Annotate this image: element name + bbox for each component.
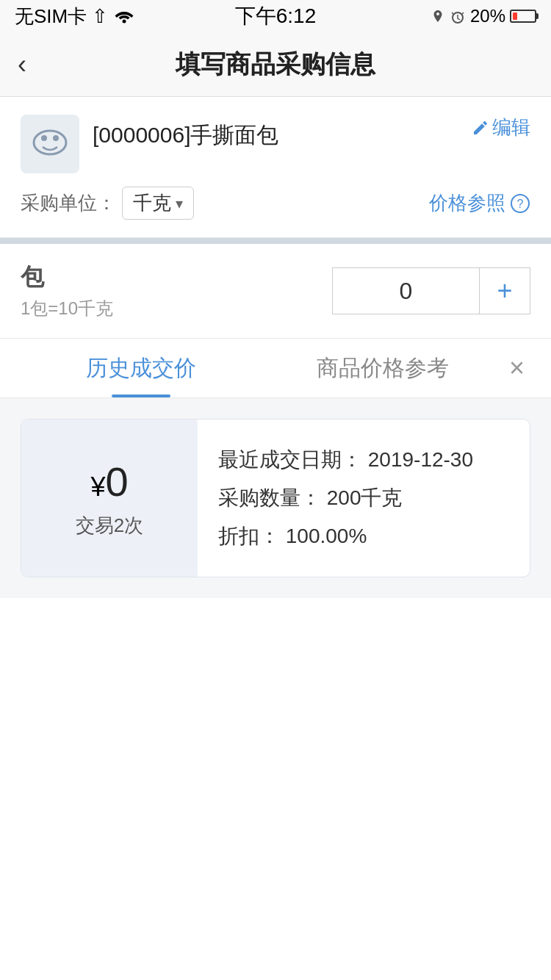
recent-date-label: 最近成交日期： (218, 448, 362, 471)
price-card-left: ¥ 0 交易2次 (21, 419, 198, 577)
help-circle-icon: ? (510, 193, 530, 214)
status-carrier: 无SIM卡 ⇧ (15, 4, 134, 29)
battery-percent: 20% (470, 6, 505, 26)
back-button[interactable]: ‹ (18, 49, 26, 80)
recent-date-value: 2019-12-30 (368, 448, 473, 471)
tab-area: 历史成交价 商品价格参考 × (0, 339, 551, 398)
purchase-qty-value: 200千克 (327, 486, 403, 509)
tab-underline (112, 394, 170, 397)
purchase-qty-row: 采购数量： 200千克 (218, 484, 509, 512)
tab-price-reference[interactable]: 商品价格参考 (262, 339, 503, 397)
discount-row: 折扣： 100.00% (218, 522, 509, 550)
price-reference-button[interactable]: 价格参照 ? (429, 190, 530, 216)
nav-bar: ‹ 填写商品采购信息 (0, 32, 551, 97)
product-unit-row: 采购单位： 千克 ▾ 价格参照 ? (21, 187, 530, 220)
product-logo-icon (28, 122, 72, 166)
price-amount: 0 (105, 458, 128, 505)
quantity-row: 包 1包=10千克 0 + (0, 244, 551, 339)
page-title: 填写商品采购信息 (176, 48, 375, 82)
unit-label: 采购单位： (21, 190, 116, 216)
discount-label: 折扣： (218, 525, 280, 547)
location-icon (431, 9, 445, 24)
alarm-icon (450, 9, 466, 24)
product-info: [0000006]手撕面包 (21, 115, 278, 173)
history-content: ¥ 0 交易2次 最近成交日期： 2019-12-30 采购数量： 200千克 … (0, 398, 551, 598)
edit-label: 编辑 (492, 115, 530, 140)
trade-count: 交易2次 (76, 513, 143, 538)
price-ref-label: 价格参照 (429, 190, 505, 216)
tab-price-ref-label: 商品价格参考 (317, 353, 449, 383)
product-full-name: [0000006]手撕面包 (93, 120, 278, 151)
battery-icon (510, 10, 536, 23)
quantity-plus-button[interactable]: + (479, 267, 530, 314)
svg-point-0 (123, 20, 126, 24)
price-card: ¥ 0 交易2次 最近成交日期： 2019-12-30 采购数量： 200千克 … (21, 419, 530, 577)
page-background (0, 598, 551, 980)
tab-row: 历史成交价 商品价格参考 × (0, 339, 551, 397)
edit-icon (472, 119, 489, 137)
quantity-value: 0 (400, 278, 413, 305)
currency-symbol: ¥ (90, 472, 105, 502)
quantity-label-area: 包 1包=10千克 (21, 262, 113, 320)
tab-close-button[interactable]: × (503, 353, 530, 383)
discount-value: 100.00% (286, 525, 367, 547)
product-name-area: [0000006]手撕面包 (93, 115, 278, 151)
svg-point-3 (41, 135, 47, 141)
quantity-input[interactable]: 0 (332, 267, 479, 314)
status-bar: 无SIM卡 ⇧ 下午6:12 20% (0, 0, 551, 32)
quantity-unit-label: 包 (21, 262, 113, 294)
price-card-right: 最近成交日期： 2019-12-30 采购数量： 200千克 折扣： 100.0… (198, 419, 530, 577)
quantity-conversion-label: 1包=10千克 (21, 297, 113, 320)
product-card: [0000006]手撕面包 编辑 采购单位： 千克 ▾ 价格参照 ? (0, 97, 551, 238)
separator (0, 238, 551, 244)
carrier-text: 无SIM卡 ⇧ (15, 4, 108, 29)
product-header: [0000006]手撕面包 编辑 (21, 115, 530, 173)
quantity-input-area: 0 + (332, 267, 530, 314)
tab-history-label: 历史成交价 (86, 353, 196, 383)
edit-button[interactable]: 编辑 (472, 115, 530, 140)
purchase-qty-label: 采购数量： (218, 486, 321, 509)
status-right: 20% (431, 6, 536, 26)
product-thumbnail (21, 115, 79, 173)
chevron-down-icon: ▾ (176, 195, 183, 212)
status-time: 下午6:12 (235, 2, 317, 30)
unit-select-button[interactable]: 千克 ▾ (122, 187, 194, 220)
unit-value: 千克 (133, 190, 171, 216)
recent-date-row: 最近成交日期： 2019-12-30 (218, 446, 509, 474)
wifi-icon (114, 9, 134, 24)
tab-history-price[interactable]: 历史成交价 (21, 339, 262, 397)
svg-text:?: ? (517, 198, 524, 210)
svg-point-4 (53, 135, 59, 141)
